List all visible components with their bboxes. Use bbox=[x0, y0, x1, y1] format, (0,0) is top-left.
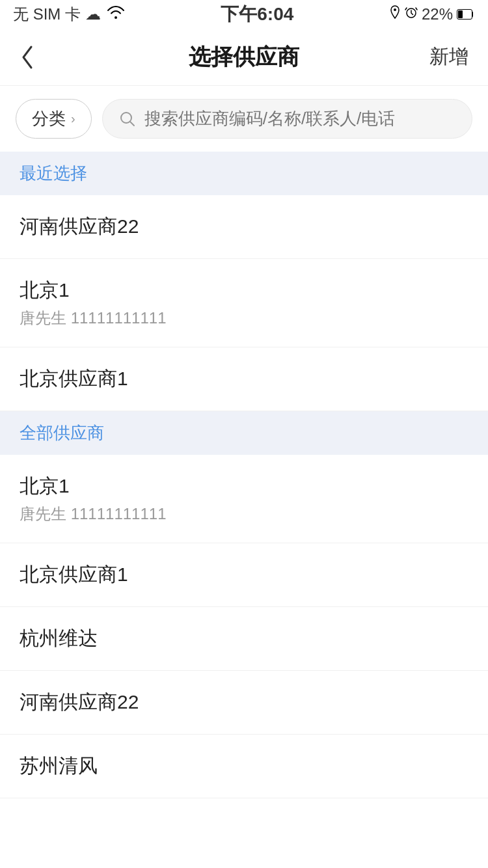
item-name: 苏州清风 bbox=[20, 753, 468, 780]
list-item[interactable]: 北京1 唐先生 11111111111 bbox=[0, 455, 488, 543]
category-button[interactable]: 分类 › bbox=[16, 99, 92, 139]
status-left: 无 SIM 卡 ☁ bbox=[13, 4, 126, 25]
wifi-icon bbox=[106, 5, 126, 23]
status-time: 下午6:04 bbox=[221, 2, 293, 27]
recent-section-header: 最近选择 bbox=[0, 152, 488, 195]
list-item[interactable]: 北京1 唐先生 11111111111 bbox=[0, 259, 488, 347]
filter-bar: 分类 › bbox=[0, 86, 488, 152]
item-name: 河南供应商22 bbox=[20, 213, 468, 240]
list-item[interactable]: 河南供应商22 bbox=[0, 195, 488, 259]
recent-list: 河南供应商22 北京1 唐先生 11111111111 北京供应商1 bbox=[0, 195, 488, 411]
item-sub: 唐先生 11111111111 bbox=[20, 504, 468, 524]
item-name: 北京供应商1 bbox=[20, 366, 468, 392]
status-bar: 无 SIM 卡 ☁ 下午6:04 22% bbox=[0, 0, 488, 29]
item-name: 北京1 bbox=[20, 277, 468, 304]
nav-bar: 选择供应商 新增 bbox=[0, 29, 488, 86]
page-title: 选择供应商 bbox=[189, 42, 299, 72]
category-label: 分类 bbox=[32, 107, 66, 130]
list-item[interactable]: 北京供应商1 bbox=[0, 347, 488, 411]
search-box[interactable] bbox=[102, 99, 472, 139]
battery-icon bbox=[457, 5, 475, 23]
battery-percentage: 22% bbox=[422, 5, 453, 23]
item-name: 北京供应商1 bbox=[20, 562, 468, 588]
item-name: 北京1 bbox=[20, 473, 468, 500]
item-name: 河南供应商22 bbox=[20, 689, 468, 716]
add-new-button[interactable]: 新增 bbox=[429, 44, 468, 70]
chevron-right-icon: › bbox=[71, 111, 75, 126]
search-input[interactable] bbox=[144, 109, 456, 129]
list-item[interactable]: 苏州清风 bbox=[0, 735, 488, 798]
alarm-icon bbox=[405, 5, 418, 23]
all-section-header: 全部供应商 bbox=[0, 411, 488, 455]
status-right: 22% bbox=[389, 5, 475, 23]
item-name: 杭州维达 bbox=[20, 625, 468, 652]
all-list: 北京1 唐先生 11111111111 北京供应商1 杭州维达 河南供应商22 … bbox=[0, 455, 488, 798]
svg-point-0 bbox=[394, 8, 396, 11]
location-icon bbox=[389, 5, 401, 23]
back-button[interactable] bbox=[20, 38, 59, 77]
svg-rect-3 bbox=[458, 10, 463, 18]
no-sim-label: 无 SIM 卡 ☁ bbox=[13, 4, 101, 25]
list-item[interactable]: 杭州维达 bbox=[0, 607, 488, 671]
item-sub: 唐先生 11111111111 bbox=[20, 308, 468, 329]
list-item[interactable]: 河南供应商22 bbox=[0, 671, 488, 735]
list-item[interactable]: 北京供应商1 bbox=[0, 543, 488, 607]
search-icon bbox=[118, 110, 137, 128]
